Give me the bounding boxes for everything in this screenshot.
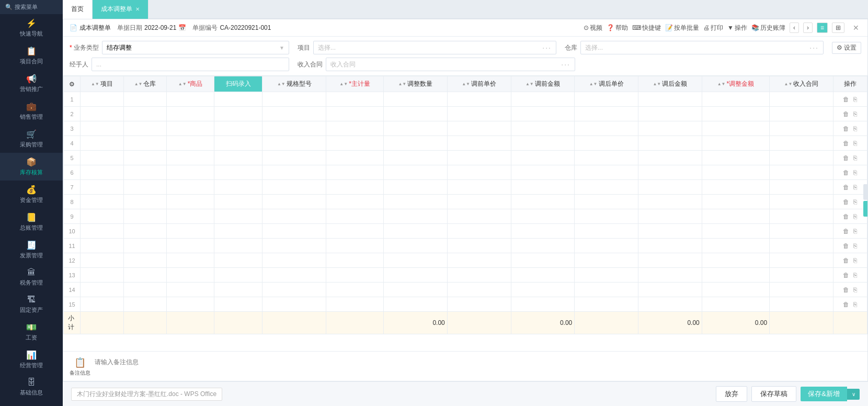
income-contract-input[interactable]: 收入合同 ···	[326, 58, 575, 71]
project-cell[interactable]	[81, 224, 124, 239]
spec-type-cell[interactable]	[262, 92, 326, 107]
main-unit-cell[interactable]	[326, 283, 384, 297]
warehouse-cell[interactable]	[123, 253, 167, 268]
main-unit-cell[interactable]	[326, 121, 384, 136]
col-project[interactable]: ▲▼项目	[81, 76, 124, 92]
after-amount-cell[interactable]	[638, 253, 702, 268]
after-unit-price-cell[interactable]	[575, 107, 638, 121]
goods-cell[interactable]	[167, 253, 214, 268]
after-amount-cell[interactable]	[638, 195, 702, 209]
project-cell[interactable]	[81, 180, 124, 195]
after-unit-price-cell[interactable]	[575, 121, 638, 136]
copy-row-button[interactable]: ⎘	[852, 139, 858, 148]
delete-row-button[interactable]: 🗑	[842, 256, 850, 265]
warehouse-cell[interactable]	[123, 121, 167, 136]
scan-input-cell[interactable]	[214, 268, 262, 283]
col-main-unit[interactable]: ▲▼*主计量	[326, 76, 384, 92]
prev-amount-cell[interactable]	[511, 180, 575, 195]
prev-unit-price-cell[interactable]	[447, 253, 511, 268]
scan-input-cell[interactable]	[214, 283, 262, 297]
delete-row-button[interactable]: 🗑	[842, 95, 850, 104]
sidebar-item-fixed-assets[interactable]: 🏗 固定资产	[0, 291, 63, 318]
copy-row-button[interactable]: ⎘	[852, 271, 858, 279]
income-contract-cell[interactable]	[770, 195, 833, 209]
after-amount-cell[interactable]	[638, 224, 702, 239]
adjust-qty-cell[interactable]	[384, 283, 448, 297]
after-amount-cell[interactable]	[638, 209, 702, 224]
goods-cell[interactable]	[167, 92, 214, 107]
spec-type-cell[interactable]	[262, 268, 326, 283]
col-income-contract[interactable]: ▲▼收入合同	[770, 76, 833, 92]
warehouse-cell[interactable]	[123, 209, 167, 224]
spec-type-cell[interactable]	[262, 253, 326, 268]
scan-input-cell[interactable]	[214, 239, 262, 253]
goods-cell[interactable]	[167, 107, 214, 121]
copy-row-button[interactable]: ⎘	[852, 168, 858, 177]
adjust-amount-cell[interactable]	[702, 151, 769, 165]
adjust-qty-cell[interactable]	[384, 209, 448, 224]
after-unit-price-cell[interactable]	[575, 165, 638, 180]
after-unit-price-cell[interactable]	[575, 268, 638, 283]
goods-cell[interactable]	[167, 239, 214, 253]
sidebar-item-project-contract[interactable]: 📋 项目合同	[0, 42, 63, 70]
adjust-amount-cell[interactable]	[702, 195, 769, 209]
business-type-input[interactable]: 结存调整 ▼	[102, 41, 289, 54]
main-unit-cell[interactable]	[326, 195, 384, 209]
main-unit-cell[interactable]	[326, 180, 384, 195]
col-scan-input[interactable]: 扫码录入	[214, 76, 262, 92]
save-draft-button[interactable]: 保存草稿	[751, 386, 796, 402]
delete-row-button[interactable]: 🗑	[842, 154, 850, 162]
income-contract-cell[interactable]	[770, 165, 833, 180]
prev-unit-price-cell[interactable]	[447, 107, 511, 121]
income-contract-cell[interactable]	[770, 268, 833, 283]
scan-input-cell[interactable]	[214, 224, 262, 239]
project-cell[interactable]	[81, 297, 124, 312]
sidebar-item-sales-promo[interactable]: 📢 营销推广	[0, 70, 63, 97]
main-unit-cell[interactable]	[326, 151, 384, 165]
prev-amount-cell[interactable]	[511, 121, 575, 136]
sidebar-item-invoice-mgmt[interactable]: 🧾 发票管理	[0, 236, 63, 264]
prev-unit-price-cell[interactable]	[447, 180, 511, 195]
col-spec-type[interactable]: ▲▼规格型号	[262, 76, 326, 92]
prev-amount-cell[interactable]	[511, 195, 575, 209]
prev-amount-cell[interactable]	[511, 297, 575, 312]
action-batch-edit[interactable]: 📝 按单批量	[665, 24, 699, 32]
prev-amount-cell[interactable]	[511, 136, 575, 151]
adjust-qty-cell[interactable]	[384, 121, 448, 136]
copy-row-button[interactable]: ⎘	[852, 154, 858, 162]
action-help[interactable]: ❓ 帮助	[607, 24, 628, 32]
adjust-amount-cell[interactable]	[702, 165, 769, 180]
income-contract-cell[interactable]	[770, 180, 833, 195]
project-cell[interactable]	[81, 121, 124, 136]
scan-input-cell[interactable]	[214, 136, 262, 151]
action-shortcut[interactable]: ⌨ 快捷键	[632, 24, 661, 32]
discard-button[interactable]: 放弃	[716, 386, 747, 402]
prev-amount-cell[interactable]	[511, 283, 575, 297]
adjust-amount-cell[interactable]	[702, 253, 769, 268]
col-prev-amount[interactable]: ▲▼调前金额	[511, 76, 575, 92]
sidebar-item-ops-mgmt[interactable]: 📊 经营管理	[0, 346, 63, 374]
adjust-qty-cell[interactable]	[384, 165, 448, 180]
income-contract-cell[interactable]	[770, 239, 833, 253]
adjust-qty-cell[interactable]	[384, 180, 448, 195]
after-amount-cell[interactable]	[638, 121, 702, 136]
project-cell[interactable]	[81, 92, 124, 107]
prev-unit-price-cell[interactable]	[447, 209, 511, 224]
adjust-amount-cell[interactable]	[702, 224, 769, 239]
goods-cell[interactable]	[167, 136, 214, 151]
spec-type-cell[interactable]	[262, 121, 326, 136]
scan-input-cell[interactable]	[214, 107, 262, 121]
copy-row-button[interactable]: ⎘	[852, 212, 858, 221]
adjust-qty-cell[interactable]	[384, 151, 448, 165]
delete-row-button[interactable]: 🗑	[842, 300, 850, 309]
adjust-qty-cell[interactable]	[384, 195, 448, 209]
project-cell[interactable]	[81, 136, 124, 151]
main-unit-cell[interactable]	[326, 297, 384, 312]
delete-row-button[interactable]: 🗑	[842, 125, 850, 133]
scan-input-cell[interactable]	[214, 151, 262, 165]
adjust-amount-cell[interactable]	[702, 268, 769, 283]
warehouse-cell[interactable]	[123, 92, 167, 107]
goods-cell[interactable]	[167, 195, 214, 209]
delete-row-button[interactable]: 🗑	[842, 168, 850, 177]
adjust-qty-cell[interactable]	[384, 136, 448, 151]
